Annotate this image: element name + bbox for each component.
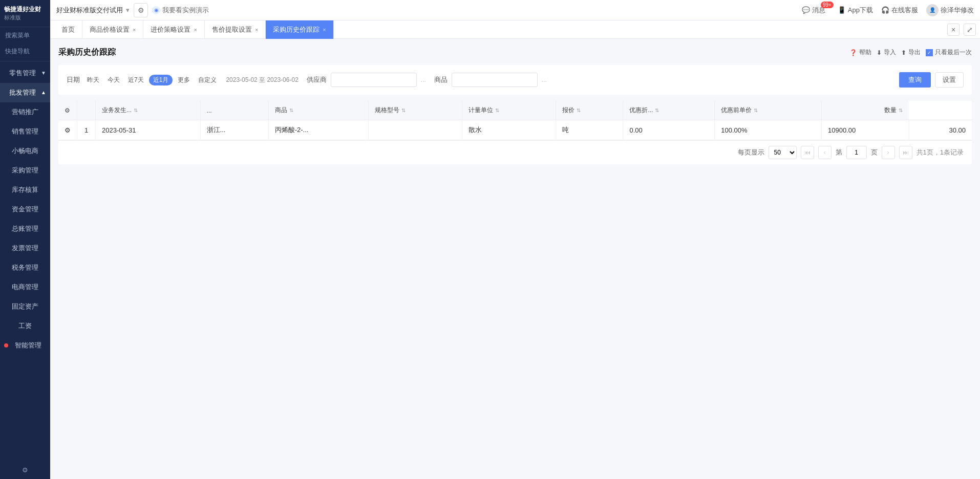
version-selector[interactable]: 好业财标准版交付试用 ▾ (56, 6, 130, 15)
sidebar-item-invoice[interactable]: 发票管理 (0, 238, 50, 258)
supplier-dots[interactable]: ... (421, 76, 426, 83)
tab-purchase-history[interactable]: 采购历史价跟踪 × (266, 20, 333, 39)
sidebar-item-retail[interactable]: 零售管理 ▼ (0, 63, 50, 83)
sidebar-item-marketing[interactable]: 营销推广 (0, 102, 50, 122)
query-button[interactable]: 查询 (899, 72, 931, 88)
product-input[interactable] (452, 73, 538, 87)
cell-price-unit: 吨 (556, 120, 623, 140)
cell-gear[interactable]: ⚙ (58, 120, 77, 140)
filter-buttons: 查询 设置 (899, 72, 964, 88)
tab-purchase-history-label: 采购历史价跟踪 (273, 25, 319, 34)
per-page-select[interactable]: 20 50 100 200 (769, 146, 797, 159)
sidebar-item-wholesale[interactable]: 批发管理 ▲ (0, 83, 50, 102)
online-service-label: 在线客服 (891, 6, 918, 15)
tab-close-all-button[interactable]: × (947, 24, 960, 36)
filter-supplier-group: 供应商 ... (307, 73, 426, 87)
th-product[interactable]: 商品 ⇅ (268, 101, 368, 120)
import-button[interactable]: ⬇ 导入 (877, 48, 896, 57)
sort-icon-date[interactable]: ⇅ (134, 107, 138, 113)
filter-panel: 日期 昨天 今天 近7天 近1月 更多 自定义 2023-05-02 至 202… (58, 65, 972, 95)
sort-icon-unit[interactable]: ⇅ (495, 107, 499, 113)
date-option-more[interactable]: 更多 (175, 75, 193, 85)
product-dots[interactable]: ... (542, 76, 547, 83)
sidebar-item-smart[interactable]: 智能管理 (0, 336, 50, 355)
tab-purchase-strategy-close[interactable]: × (194, 27, 197, 33)
tab-commodity-price[interactable]: 商品价格设置 × (82, 20, 143, 39)
filter-date-group: 日期 昨天 今天 近7天 近1月 更多 自定义 2023-05-02 至 202… (67, 75, 299, 85)
sort-icon-pre-discount[interactable]: ⇅ (754, 107, 758, 113)
messages-button[interactable]: 💬 消息 99+ (802, 6, 829, 15)
sidebar-item-search[interactable]: 搜索菜单 (0, 27, 50, 44)
user-info[interactable]: 👤 徐泽华修改 (926, 4, 974, 16)
headset-icon: 🎧 (881, 6, 889, 14)
sidebar-item-finance[interactable]: 资金管理 (0, 200, 50, 219)
sort-icon-product[interactable]: ⇅ (289, 107, 293, 113)
page-header: 采购历史价跟踪 ❓ 帮助 ⬇ 导入 ⬆ 导出 ✓ 只看最后一次 (58, 47, 972, 58)
demo-label: 我要看实例演示 (162, 6, 209, 15)
last-only-checkbox[interactable]: ✓ 只看最后一次 (926, 48, 972, 57)
sidebar-item-inventory[interactable]: 库存核算 (0, 180, 50, 200)
date-options: 昨天 今天 近7天 近1月 更多 自定义 (84, 75, 220, 85)
th-spec[interactable]: 规格型号 ⇅ (369, 101, 462, 120)
sort-icon-quantity[interactable]: ⇅ (899, 107, 903, 113)
sort-icon-spec[interactable]: ⇅ (401, 107, 406, 113)
sort-icon-price[interactable]: ⇅ (577, 107, 581, 113)
import-label: 导入 (884, 48, 896, 57)
tab-commodity-price-close[interactable]: × (133, 27, 136, 33)
page-input[interactable] (846, 146, 867, 159)
date-option-today[interactable]: 今天 (104, 75, 123, 85)
table-header-row: ⚙ 业务发生... ⇅ ... (58, 101, 972, 120)
th-dots[interactable]: ... (200, 101, 268, 120)
settings-button[interactable]: 设置 (935, 72, 964, 88)
next-page-button[interactable]: › (882, 146, 895, 159)
tab-expand-button[interactable]: ⤢ (964, 24, 976, 36)
sidebar-item-sales[interactable]: 销售管理 (0, 122, 50, 141)
th-pre-discount-price[interactable]: 优惠前单价 ⇅ (715, 101, 822, 120)
tab-home[interactable]: 首页 (54, 20, 82, 39)
th-quantity-label: 数量 (884, 106, 897, 115)
sort-icon-discount[interactable]: ⇅ (655, 107, 659, 113)
tab-purchase-strategy[interactable]: 进价策略设置 × (143, 20, 204, 39)
tab-sale-price-close[interactable]: × (255, 27, 258, 33)
sidebar-item-ecommerce[interactable]: 电商管理 (0, 277, 50, 297)
prev-page-button[interactable]: ‹ (818, 146, 832, 159)
gear-icon: ⚙ (65, 107, 70, 114)
date-option-7days[interactable]: 近7天 (125, 75, 147, 85)
sidebar-item-quick-nav[interactable]: 快捷导航 (0, 44, 50, 59)
date-option-custom[interactable]: 自定义 (195, 75, 220, 85)
th-discount[interactable]: 优惠折... ⇅ (623, 101, 715, 120)
page-suffix: 页 (871, 148, 878, 157)
sidebar-settings-button[interactable]: ⚙ (0, 461, 50, 479)
help-button[interactable]: ❓ 帮助 (849, 48, 871, 57)
th-price[interactable]: 报价 ⇅ (556, 101, 623, 120)
sidebar-item-hr[interactable]: 工资 (0, 316, 50, 336)
tab-purchase-history-close[interactable]: × (323, 27, 326, 33)
topbar-gear-button[interactable]: ⚙ (134, 3, 148, 17)
th-gear[interactable]: ⚙ (58, 101, 77, 120)
cell-pre-discount: 10900.00 (822, 120, 909, 140)
row-gear-icon[interactable]: ⚙ (65, 126, 71, 134)
demo-button[interactable]: ◉ 我要看实例演示 (152, 6, 209, 15)
checkbox-icon: ✓ (926, 49, 933, 56)
sidebar-item-ecommerce-lite[interactable]: 小畅电商 (0, 141, 50, 161)
tab-sale-price-label: 售价提取设置 (212, 25, 252, 34)
last-page-button[interactable]: ⏭ (899, 146, 912, 159)
date-option-1month[interactable]: 近1月 (149, 75, 173, 85)
first-page-button[interactable]: ⏮ (801, 146, 814, 159)
sidebar-item-general-ledger[interactable]: 总账管理 (0, 219, 50, 238)
app-download-button[interactable]: 📱 App下载 (838, 6, 873, 15)
supplier-input[interactable] (331, 73, 417, 87)
tab-home-label: 首页 (61, 25, 75, 34)
th-quantity[interactable]: 数量 ⇅ (822, 101, 909, 120)
tab-sale-price[interactable]: 售价提取设置 × (205, 20, 266, 39)
sidebar-item-tax[interactable]: 税务管理 (0, 258, 50, 277)
sidebar-item-purchase[interactable]: 采购管理 (0, 161, 50, 180)
sidebar-item-fixed-assets[interactable]: 固定资产 (0, 297, 50, 316)
cell-seq: 1 (77, 120, 96, 140)
export-button[interactable]: ⬆ 导出 (901, 48, 921, 57)
th-price-label: 报价 (562, 106, 574, 115)
th-unit[interactable]: 计量单位 ⇅ (462, 101, 556, 120)
th-date[interactable]: 业务发生... ⇅ (96, 101, 201, 120)
online-service-button[interactable]: 🎧 在线客服 (881, 6, 918, 15)
date-option-yesterday[interactable]: 昨天 (84, 75, 102, 85)
